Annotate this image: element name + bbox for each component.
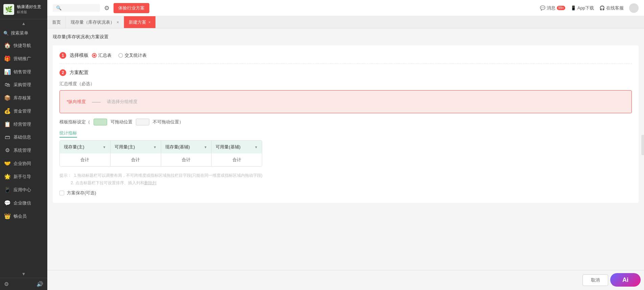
tab-new-plan-close[interactable]: × [148,20,151,25]
sidebar-item-label: 资金管理 [14,108,31,114]
sidebar-item-system[interactable]: ⚙ 系统管理 [0,144,47,157]
chevron-down-icon-0[interactable]: ▼ [103,145,106,149]
draggable-label: 可拖动位置 [110,119,132,125]
topbar-settings-icon[interactable]: ⚙ [104,4,109,12]
template-radio-group: 汇总表 交叉统计表 [92,52,147,58]
settings-bottom-icon[interactable]: ⚙ [4,281,9,287]
template-settings-label: 模板指标设定（ [59,119,90,125]
metrics-table: 现存量(主) ▼ 可用量(主) ▼ 现存量(基辅) ▼ 可用量(基辅) [59,140,262,167]
money-icon: 💰 [4,108,11,114]
col-header-1[interactable]: 可用量(主) ▼ [110,141,161,153]
col-body-1: 合计 [110,153,161,166]
tabbar: 首页 现存量（库存状况表） × 新建方案 × [47,16,644,28]
chevron-down-icon-2[interactable]: ▼ [204,145,207,149]
radio-summary-label: 汇总表 [98,52,112,58]
sidebar-item-label: 畅会员 [14,213,27,219]
save-plan-label: 方案保存(可选) [67,190,96,196]
topbar-search-box[interactable]: 🔍 [53,4,100,12]
sidebar-item-label: 库存核算 [14,95,31,101]
sidebar-item-quick-nav[interactable]: 🏠 快捷导航 [0,39,47,52]
sidebar-search[interactable]: 🔍 搜索菜单 [0,27,47,39]
sidebar-scroll-up[interactable]: ▲ [0,19,47,27]
logo-icon: 🌿 [3,4,14,15]
chevron-down-icon-1[interactable]: ▼ [153,145,157,149]
messages-label: 消息 [547,5,555,11]
topbar: 🔍 ⚙ 体验行业方案 💬 消息 99+ 📱 App下载 🎧 在线客服 [47,0,644,16]
tips-title: 提示： 1.拖动标题栏可以调整布局，不可跨维度或指标区域拖拉栏目字段(只能在同一… [59,172,632,179]
app-download-btn[interactable]: 📱 App下载 [571,5,594,11]
chat-icon: 💬 [4,200,11,206]
sidebar-item-wechat[interactable]: 💬 企业微信 [0,196,47,210]
sidebar-item-label: 营销推广 [14,56,31,62]
vertical-dim-area: *纵向维度 —— 请选择分组维度 [59,90,632,113]
radio-cross[interactable]: 交叉统计表 [118,52,147,58]
page-title: 现存量(库存状况表)方案设置 [53,34,639,40]
cancel-button[interactable]: 取消 [583,274,608,286]
sidebar-item-purchase[interactable]: 🛍 采购管理 [0,78,47,91]
col-header-0[interactable]: 现存量(主) ▼ [60,141,110,153]
divider1 [59,64,632,64]
messages-btn[interactable]: 💬 消息 99+ [540,5,565,11]
sidebar-scroll-down[interactable]: ▼ [0,270,47,278]
vertical-placeholder[interactable]: 请选择分组维度 [107,99,138,105]
resize-handle[interactable] [641,135,644,155]
sidebar-bottom: ⚙ 🔊 [0,278,47,290]
tab-home-label: 首页 [52,19,61,25]
col-header-3[interactable]: 可用量(基辅) ▼ [212,141,262,153]
trial-btn[interactable]: 体验行业方案 [114,3,149,13]
service-icon: 🎧 [599,5,605,10]
chevron-down-icon-3[interactable]: ▼ [254,145,258,149]
bottom-bar: 取消 查询 [47,270,644,290]
user-avatar[interactable] [629,3,639,13]
star-icon: 🌟 [4,173,11,180]
content: 现存量(库存状况表)方案设置 1 选择模板 汇总表 交叉统计表 [47,28,644,270]
tab-home[interactable]: 首页 [47,16,66,28]
sidebar-item-vip[interactable]: 👑 畅会员 [0,210,47,223]
online-service-label: 在线客服 [606,5,624,11]
ai-label: Ai [622,276,628,284]
save-plan-checkbox[interactable] [59,191,64,195]
required-mark: *纵向维度 [67,99,86,105]
radio-summary[interactable]: 汇总表 [92,52,112,58]
main-card: 1 选择模板 汇总表 交叉统计表 2 方案配置 [53,45,639,203]
summary-dims-label: 汇总维度（必选） [59,81,632,87]
search-icon: 🔍 [3,31,9,36]
fixed-label: 不可拖动位置） [153,119,183,125]
main-area: 🔍 ⚙ 体验行业方案 💬 消息 99+ 📱 App下载 🎧 在线客服 首页 [47,0,644,290]
vertical-dash: —— [92,99,101,104]
bag-icon: 🛍 [4,82,11,88]
sidebar-item-label: 基础信息 [14,134,31,140]
tab-new-plan-label: 新建方案 [129,19,146,25]
sidebar-item-label: 系统管理 [14,147,31,153]
section1-num: 1 [59,52,66,59]
sidebar-logo: 🌿 畅康通好生意 标准版 [0,0,47,19]
app-name: 畅康通好生意 [17,4,41,10]
topbar-search-input[interactable] [64,6,94,10]
sidebar-item-inventory[interactable]: 📦 库存核算 [0,91,47,104]
draggable-indicator [94,119,107,125]
statistics-section: 统计指标 现存量(主) ▼ 可用量(主) ▼ 现存量(基辅) [59,130,632,167]
online-service-btn[interactable]: 🎧 在线客服 [599,5,624,11]
tab-inventory-close[interactable]: × [117,20,119,25]
sidebar-item-finance[interactable]: 💰 资金管理 [0,104,47,118]
sidebar-item-corp[interactable]: 🤝 企业协同 [0,157,47,170]
save-plan-row: 方案保存(可选) [59,190,632,196]
sidebar: 🌿 畅康通好生意 标准版 ▲ 🔍 搜索菜单 🏠 快捷导航 🎁 营销推广 📊 销售… [0,0,47,290]
sidebar-item-label: 企业协同 [14,161,31,167]
database-icon: 🗃 [4,134,11,140]
sidebar-item-basic[interactable]: 🗃 基础信息 [0,131,47,144]
col-label-1: 可用量(主) [115,144,135,150]
section2-title: 方案配置 [70,70,89,76]
tab-new-plan[interactable]: 新建方案 × [124,16,156,28]
sidebar-item-marketing[interactable]: 🎁 营销推广 [0,52,47,65]
box-icon: 📦 [4,95,11,101]
sound-icon[interactable]: 🔊 [36,281,43,287]
col-header-2[interactable]: 现存量(基辅) ▼ [161,141,212,153]
sidebar-item-ops[interactable]: 📋 经营管理 [0,118,47,131]
sidebar-item-sales[interactable]: 📊 销售管理 [0,65,47,78]
ai-bubble[interactable]: Ai [610,273,641,287]
home-icon: 🏠 [4,42,11,49]
tab-inventory-status[interactable]: 现存量（库存状况表） × [66,16,124,28]
sidebar-item-guide[interactable]: 🌟 新手引导 [0,170,47,183]
sidebar-item-apps[interactable]: 📱 应用中心 [0,183,47,196]
